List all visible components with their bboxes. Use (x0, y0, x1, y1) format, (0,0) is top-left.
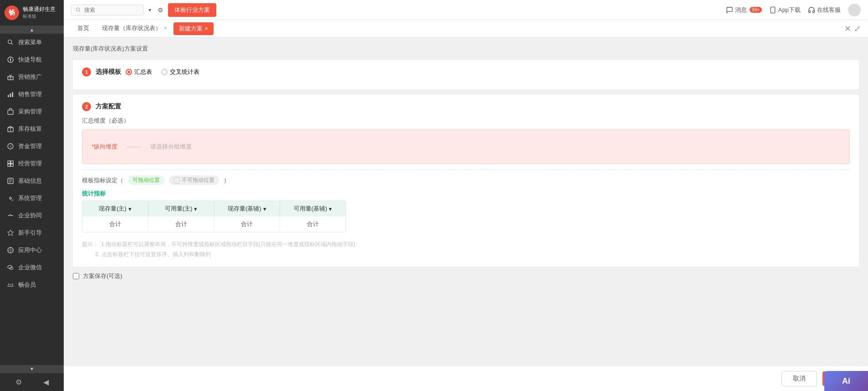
radio-dot-cross (161, 69, 168, 75)
phone-icon (769, 6, 776, 14)
cancel-button[interactable]: 取消 (781, 371, 817, 386)
topbar-search-box[interactable] (71, 5, 144, 15)
stats-header-cell-2[interactable]: 现存量(基辅) ▾ (214, 201, 281, 216)
topbar-settings-icon[interactable]: ⚙ (158, 6, 163, 14)
sidebar-item-member[interactable]: 畅会员 (0, 276, 64, 293)
info-icon (6, 177, 15, 185)
tab-new-scheme-close[interactable]: × (204, 25, 208, 32)
step1-header: 1 选择模板 汇总表 交叉统计表 (82, 67, 850, 77)
stats-table-header: 现存量(主) ▾ 可用量(主) ▾ 现存量(基辅) ▾ 可用量(基辅) ▾ (82, 201, 346, 216)
tab-home[interactable]: 首页 (71, 21, 96, 37)
stats-body-cell-1: 合计 (148, 216, 214, 232)
svg-line-1 (11, 43, 13, 45)
sidebar-item-inventory[interactable]: 库存核算 (0, 120, 64, 138)
action-bar: 取消 查询 (64, 365, 868, 391)
industry-solution-button[interactable]: 体验行业方案 (168, 3, 216, 17)
stats-table-body: 合计 合计 合计 合计 (82, 216, 346, 232)
dimension-required-area[interactable]: *纵向维度 —— 请选择分组维度 (82, 129, 850, 164)
indicator-chip-draggable: 可拖动位置 (128, 175, 164, 185)
stats-header-cell-0[interactable]: 现存量(主) ▾ (82, 201, 148, 216)
sidebar-item-search[interactable]: 搜索菜单 (0, 34, 64, 51)
online-service-item[interactable]: 在线客服 (808, 6, 841, 14)
footer-sound-icon[interactable]: ◀ (43, 378, 49, 386)
expand-window-icon[interactable]: ⤢ (854, 24, 861, 34)
star-icon (6, 229, 15, 237)
sidebar-item-marketing[interactable]: 营销推广 (0, 68, 64, 86)
svg-marker-22 (7, 230, 13, 236)
sidebar-logo: 畅 畅康通好生意 标准版 (0, 0, 64, 26)
message-item[interactable]: 消息 99+ (726, 6, 762, 14)
svg-rect-30 (771, 7, 775, 13)
stats-section-label: 统计指标 (82, 190, 850, 198)
stats-header-cell-1[interactable]: 可用量(主) ▾ (148, 201, 214, 216)
stats-body-cell-2: 合计 (214, 216, 281, 232)
tip-label: 提示： (82, 240, 98, 250)
user-avatar[interactable] (848, 4, 861, 16)
ai-fab-button[interactable]: Ai (824, 371, 868, 391)
svg-marker-3 (10, 57, 11, 62)
step1-badge: 1 (82, 67, 91, 77)
topbar-dropdown-icon[interactable]: ▾ (148, 7, 151, 13)
svg-point-28 (76, 8, 79, 11)
radio-summary[interactable]: 汇总表 (126, 68, 152, 76)
svg-line-29 (79, 10, 80, 12)
footer-settings-icon[interactable]: ⚙ (15, 378, 22, 386)
tab-inventory-status[interactable]: 现存量（库存状况表） × (96, 21, 174, 37)
money-icon: ￥ (6, 142, 15, 150)
main-content: 现存量(库存状况表)方案设置 1 选择模板 汇总表 交叉统计表 (64, 37, 868, 365)
sidebar-footer: ⚙ ◀ (0, 373, 64, 391)
dimension-hint: 请选择分组维度 (150, 143, 192, 151)
step2-title: 方案配置 (96, 103, 121, 111)
indicator-chip-fixed: 不可拖动位置 (169, 175, 219, 185)
dimension-arrow: —— (127, 143, 141, 151)
svg-rect-7 (12, 92, 13, 97)
appstore-icon (6, 246, 15, 254)
sidebar-item-wechat[interactable]: 企业微信 (0, 259, 64, 276)
app-logo-icon: 畅 (5, 5, 19, 20)
sidebar-item-basic[interactable]: 基础信息 (0, 172, 64, 190)
svg-rect-15 (8, 164, 10, 166)
sidebar-item-enterprise[interactable]: 企业协同 (0, 207, 64, 224)
sidebar-scroll-up[interactable]: ▲ (0, 26, 64, 34)
divider1 (82, 170, 850, 170)
chart-icon (6, 90, 15, 98)
save-checkbox[interactable] (73, 273, 79, 279)
step1-card: 1 选择模板 汇总表 交叉统计表 (73, 60, 859, 89)
dropdown-icon-2: ▾ (263, 206, 266, 212)
topbar-right: 消息 99+ App下载 在线客服 (726, 4, 861, 16)
settings-icon (6, 194, 15, 202)
dimension-required-label: *纵向维度 (92, 143, 117, 151)
sidebar-item-shortcut[interactable]: 快捷导航 (0, 51, 64, 68)
dimension-label: 汇总维度（必选） (82, 117, 850, 125)
dropdown-icon-0: ▾ (128, 206, 132, 212)
save-label: 方案保存(可选) (83, 272, 123, 280)
sidebar-item-operation[interactable]: 经营管理 (0, 155, 64, 172)
svg-rect-6 (10, 93, 11, 97)
template-radio-group: 汇总表 交叉统计表 (126, 68, 199, 76)
tab-new-scheme[interactable]: 新建方案 × (174, 22, 214, 35)
svg-rect-8 (8, 110, 13, 114)
sidebar-item-system[interactable]: 系统管理 (0, 190, 64, 207)
topbar: ▾ ⚙ 体验行业方案 消息 99+ App下载 在线客服 (64, 0, 868, 20)
search-input[interactable] (84, 7, 130, 13)
topbar-search-icon (75, 7, 82, 13)
gift-icon (6, 73, 15, 81)
radio-cross[interactable]: 交叉统计表 (161, 68, 199, 76)
sidebar-scroll-down[interactable]: ▼ (0, 365, 64, 373)
tab-inventory-close[interactable]: × (164, 25, 167, 31)
sidebar-item-finance[interactable]: ￥ 资金管理 (0, 138, 64, 155)
tips-section: 提示： 1.拖动标题栏可以调整布局，不可跨维度或指标区域拖动栏目字段(只能在同一… (82, 240, 850, 259)
close-window-icon[interactable]: ✕ (844, 24, 851, 34)
svg-point-0 (8, 40, 12, 44)
sidebar-item-newguide[interactable]: 新手引导 (0, 224, 64, 242)
tabs-bar: 首页 现存量（库存状况表） × 新建方案 × ✕ ⤢ (64, 20, 868, 37)
box-icon (6, 125, 15, 133)
sidebar-item-sales[interactable]: 销售管理 (0, 86, 64, 103)
stats-header-cell-3[interactable]: 可用量(基辅) ▾ (280, 201, 346, 216)
sidebar-item-purchase[interactable]: 采购管理 (0, 103, 64, 120)
app-download-item[interactable]: App下载 (769, 6, 801, 14)
main-area: ▾ ⚙ 体验行业方案 消息 99+ App下载 在线客服 首页 现存量（ (64, 0, 868, 391)
sidebar-item-appcenter[interactable]: 应用中心 (0, 242, 64, 259)
app-name: 畅康通好生意 (23, 6, 56, 13)
crown-icon (6, 281, 15, 289)
